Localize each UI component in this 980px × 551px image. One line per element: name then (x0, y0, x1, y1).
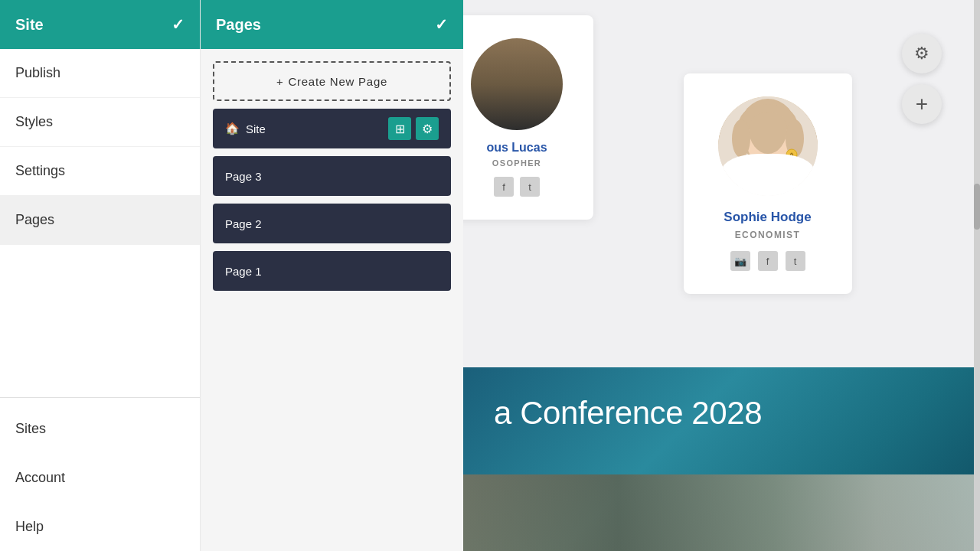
sidebar-item-account[interactable]: Account (0, 453, 200, 502)
svg-point-6 (756, 135, 763, 143)
sidebar-item-styles[interactable]: Styles (0, 98, 200, 147)
main-content: ous Lucas OSOPHER f t (463, 0, 980, 551)
page3-label: Page 3 (225, 170, 262, 183)
pages-header: Pages ✓ (201, 0, 463, 49)
sidebar-item-settings[interactable]: Settings (0, 147, 200, 196)
conference-section: a Conference 2028 (463, 367, 980, 551)
sophie-avatar: ₿ (718, 96, 818, 196)
publish-label: Publish (15, 65, 60, 81)
svg-point-3 (746, 116, 789, 166)
page1-label: Page 1 (225, 265, 262, 278)
site-page-label: Site (246, 122, 266, 135)
svg-point-7 (773, 135, 780, 143)
page-item-left: 🏠 Site (225, 122, 266, 135)
page-item-page2[interactable]: Page 2 (213, 204, 451, 243)
site-checkmark: ✓ (172, 15, 185, 34)
sidebar-item-pages[interactable]: Pages (0, 196, 200, 245)
sophie-name: Sophie Hodge (724, 210, 811, 225)
fab-gear-button[interactable]: ⚙ (902, 34, 942, 73)
page-item-site[interactable]: 🏠 Site ⊞ ⚙ (213, 109, 451, 148)
left-sidebar: Site ✓ Publish Styles Settings Pages Sit… (0, 0, 201, 551)
page-item-page1[interactable]: Page 1 (213, 251, 451, 291)
home-icon: 🏠 (225, 122, 240, 135)
create-new-page-label: Create New Page (288, 75, 387, 88)
page-item-page3[interactable]: Page 3 (213, 156, 451, 196)
help-label: Help (15, 519, 44, 535)
svg-point-13 (786, 149, 797, 160)
fab-plus-button[interactable]: + (902, 84, 942, 124)
svg-point-10 (732, 119, 750, 158)
scrollbar-thumb[interactable] (974, 184, 980, 230)
site-title: Site (15, 16, 44, 34)
conference-image-strip (463, 474, 980, 551)
layers-icon-button[interactable]: ⊞ (388, 117, 411, 140)
lucas-name: ous Lucas (486, 141, 547, 155)
sophie-socials: 📷 f t (730, 251, 805, 271)
sidebar-spacer (0, 245, 200, 391)
svg-rect-4 (760, 161, 776, 177)
lucas-role: OSOPHER (492, 158, 541, 168)
pages-checkmark: ✓ (435, 15, 448, 34)
sophie-twitter-icon[interactable]: t (786, 251, 805, 271)
lucas-twitter-icon[interactable]: t (520, 177, 540, 197)
fab-gear-icon: ⚙ (914, 44, 929, 64)
page-icons: ⊞ ⚙ (388, 117, 439, 140)
gear-icon-button[interactable]: ⚙ (416, 117, 439, 140)
styles-label: Styles (15, 114, 53, 130)
team-card-sophie: ₿ Sophie Hodge ECONOMIST 📷 f t (684, 73, 852, 294)
conference-title: a Conference 2028 (494, 395, 949, 432)
lucas-facebook-icon[interactable]: f (494, 177, 514, 197)
sidebar-item-publish[interactable]: Publish (0, 49, 200, 98)
sites-label: Sites (15, 421, 46, 437)
site-header: Site ✓ (0, 0, 200, 49)
lucas-socials: f t (494, 177, 540, 197)
pages-panel: Pages ✓ + Create New Page 🏠 Site ⊞ ⚙ Pag… (201, 0, 463, 551)
sidebar-item-sites[interactable]: Sites (0, 404, 200, 453)
sophie-instagram-icon[interactable]: 📷 (730, 251, 750, 271)
team-card-lucas-partial: ous Lucas OSOPHER f t (463, 15, 593, 220)
pages-label: Pages (15, 212, 54, 228)
svg-point-9 (774, 136, 779, 141)
pages-header-title: Pages (216, 16, 261, 34)
pages-content: + Create New Page 🏠 Site ⊞ ⚙ Page 3 Page… (201, 49, 463, 303)
page2-label: Page 2 (225, 217, 262, 230)
create-new-page-button[interactable]: + Create New Page (213, 61, 451, 101)
create-plus-icon: + (276, 75, 284, 88)
lucas-avatar (471, 38, 563, 130)
sophie-role: ECONOMIST (735, 230, 801, 240)
account-label: Account (15, 470, 65, 486)
sidebar-item-help[interactable]: Help (0, 502, 200, 551)
svg-point-8 (757, 136, 762, 141)
fab-plus-icon: + (916, 92, 928, 116)
sophie-facebook-icon[interactable]: f (758, 251, 778, 271)
scrollbar[interactable] (974, 0, 980, 551)
sidebar-divider (0, 397, 200, 398)
svg-point-5 (737, 165, 799, 196)
settings-label: Settings (15, 163, 65, 179)
